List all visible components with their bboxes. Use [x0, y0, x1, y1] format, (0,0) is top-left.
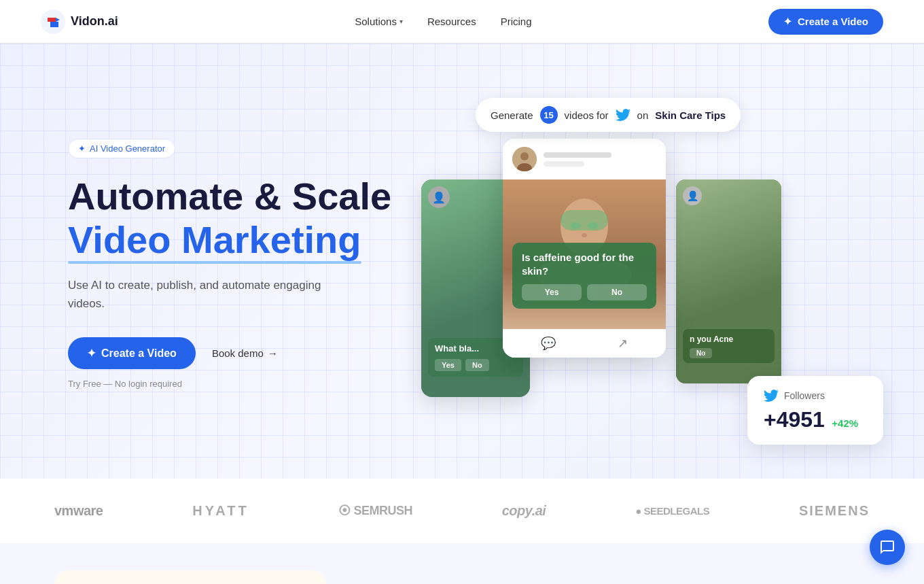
- comment-icon: 💬: [541, 336, 556, 351]
- hero-actions: ✦ Create a Video Book demo →: [68, 337, 408, 369]
- chat-icon: [879, 539, 895, 555]
- avatar-icon: [512, 147, 537, 171]
- followers-growth: +42%: [832, 417, 858, 429]
- chat-button[interactable]: [870, 530, 905, 565]
- nav-links: Solutions ▾ Resources Pricing: [355, 16, 531, 27]
- nav-pricing[interactable]: Pricing: [501, 16, 532, 27]
- svg-point-2: [520, 152, 529, 160]
- hero-footnote: Try Free — No login required: [68, 379, 408, 389]
- followers-label: Followers: [784, 390, 825, 401]
- card-left-buttons: Yes No: [435, 359, 516, 371]
- card-right: n you Acne No 👤: [676, 179, 781, 383]
- bottom-card: 🎬 Text to Video 🌴: [54, 570, 326, 584]
- generate-count: 15: [540, 106, 558, 124]
- bottom-section: 🎬 Text to Video 🌴: [0, 543, 924, 584]
- brands-section: vmware HYATT ⦿ SEMRUSH copy.ai ● SEEDLEG…: [0, 479, 924, 543]
- brand-hyatt: HYATT: [192, 503, 249, 519]
- logo-link[interactable]: Vidon.ai: [41, 10, 118, 34]
- followers-card: Followers +4951 +42%: [747, 376, 883, 445]
- card-right-button: No: [690, 348, 768, 358]
- card-center-footer: 💬 ↗: [503, 329, 666, 358]
- share-icon: ↗: [618, 336, 628, 351]
- hero-right: Generate 15 videos for on Skin Care Tips…: [408, 84, 883, 451]
- card-center-header: [503, 139, 666, 179]
- brand-siemens: SIEMENS: [799, 503, 870, 519]
- twitter-icon: [616, 107, 630, 122]
- brand-seedlegals: ● SEEDLEGALS: [635, 505, 709, 517]
- hero-left: ✦ AI Video Generator Automate & Scale Vi…: [68, 84, 408, 389]
- svg-point-8: [582, 233, 587, 237]
- twitter-followers-icon: [764, 388, 779, 403]
- chevron-down-icon: ▾: [399, 18, 403, 25]
- poll-options: Yes No: [522, 284, 647, 300]
- hero-title-blue: Video Marketing: [68, 218, 361, 261]
- create-video-hero-button[interactable]: ✦ Create a Video: [68, 337, 196, 369]
- svg-rect-9: [561, 210, 608, 230]
- poll-card: Is caffeine good for the skin? Yes No: [512, 243, 656, 309]
- sparkle-btn-icon: ✦: [87, 347, 96, 360]
- brand-semrush: ⦿ SEMRUSH: [338, 504, 412, 518]
- username-line: [544, 152, 611, 158]
- handle-line: [544, 161, 584, 167]
- card-right-overlay: n you Acne No: [683, 329, 775, 363]
- logo-text: Vidon.ai: [71, 14, 118, 29]
- generate-topic: Skin Care Tips: [655, 109, 726, 121]
- hero-section: ✦ AI Video Generator Automate & Scale Vi…: [0, 44, 924, 479]
- generate-on: on: [637, 109, 649, 121]
- card-header-lines: [544, 152, 611, 167]
- nav-resources[interactable]: Resources: [427, 16, 476, 27]
- generate-prefix: Generate: [491, 109, 533, 121]
- create-video-nav-button[interactable]: ✦ Create a Video: [768, 9, 883, 35]
- book-demo-button[interactable]: Book demo →: [212, 347, 278, 359]
- hero-subtitle: Use AI to create, publish, and automate …: [68, 276, 340, 313]
- followers-count-row: +4951 +42%: [764, 407, 867, 432]
- sparkle-icon: ✦: [783, 16, 792, 28]
- brand-vmware: vmware: [54, 503, 103, 519]
- card-right-text: n you Acne: [690, 334, 733, 344]
- card-center: Is caffeine good for the skin? Yes No 💬 …: [503, 139, 666, 358]
- logo-icon: [41, 10, 65, 34]
- followers-header: Followers: [764, 388, 867, 403]
- brand-copyai: copy.ai: [502, 503, 546, 519]
- poll-option-no: No: [587, 284, 647, 300]
- sparkle-badge-icon: ✦: [78, 143, 86, 154]
- generate-middle: videos for: [565, 109, 609, 121]
- followers-count: +4951: [764, 407, 825, 432]
- card-center-image: Is caffeine good for the skin? Yes No: [503, 179, 666, 329]
- video-cards-container: What bla... Yes No 👤: [435, 139, 761, 424]
- poll-option-yes: Yes: [522, 284, 582, 300]
- poll-question: Is caffeine good for the skin?: [522, 251, 647, 277]
- nav-solutions[interactable]: Solutions ▾: [355, 16, 403, 27]
- card-left-text: What bla...: [435, 343, 479, 354]
- hero-title: Automate & Scale Video Marketing: [68, 175, 408, 262]
- avatar: [512, 147, 537, 171]
- generate-pill: Generate 15 videos for on Skin Care Tips: [476, 98, 741, 132]
- hero-badge: ✦ AI Video Generator: [68, 139, 175, 158]
- navbar: Vidon.ai Solutions ▾ Resources Pricing ✦…: [0, 0, 924, 44]
